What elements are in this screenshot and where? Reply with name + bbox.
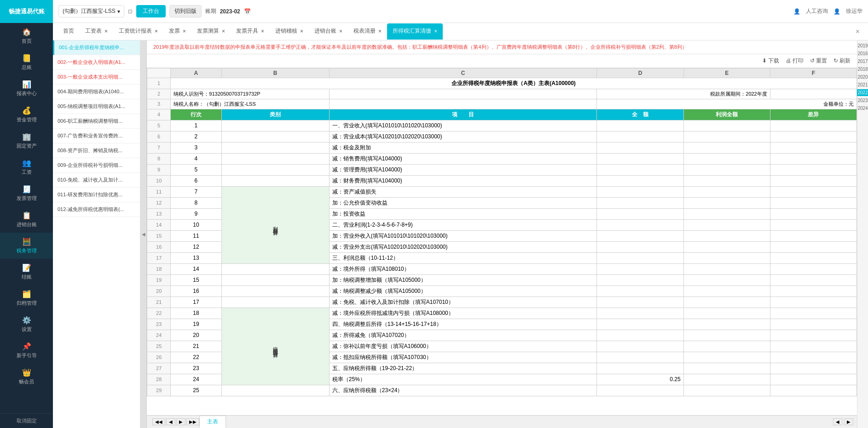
table-row: 1 企业所得税年度纳税申报表（A类）主表(A100000)	[147, 78, 857, 89]
tab-bar-close[interactable]: ×	[852, 28, 863, 36]
tab-payroll[interactable]: 工资表 ×	[80, 23, 113, 40]
panel-collapse-button[interactable]: ◀	[140, 40, 147, 428]
timeline-2017[interactable]: 2017	[857, 58, 868, 65]
tab-invoice-issue[interactable]: 发票开具 ×	[231, 23, 270, 40]
tab-invoice-issue-close[interactable]: ×	[261, 28, 264, 34]
sidebar-item-archive[interactable]: 🗂️ 归档管理	[0, 285, 53, 311]
tab-payroll-close[interactable]: ×	[104, 28, 108, 34]
sidebar-item-sales-ledger[interactable]: 📋 进销台账	[0, 206, 53, 233]
sheet-scroll-left[interactable]: ◀◀	[152, 418, 165, 425]
table-row: 3 纳税人名称：（勾删）江西服宝-LSS 金额单位：元	[147, 99, 857, 109]
sidebar-item-home[interactable]: 🏠 首页	[0, 23, 53, 49]
table-row: 10 6 减：财务费用(填写A104000)	[147, 175, 857, 186]
sidebar-item-tax[interactable]: 🧮 税务管理	[0, 233, 53, 259]
sidebar-item-invoices[interactable]: 🧾 发票管理	[0, 180, 53, 206]
timeline-2024[interactable]: 2024	[857, 105, 868, 112]
tab-tax-list[interactable]: 税表清册 ×	[348, 23, 387, 40]
left-panel-item-010[interactable]: 010-免税、减计收入及加计...	[53, 173, 140, 188]
username: 徐运华	[846, 7, 862, 15]
sheet-scroll-prev[interactable]: ◀	[166, 418, 175, 425]
company-selector[interactable]: (勾删）江西服宝-LSS ▾	[58, 5, 124, 17]
sidebar-item-label: 进销台账	[17, 221, 37, 228]
copy-icon[interactable]: ⊡	[128, 8, 133, 15]
table-row: 5 1 一、营业收入(填写A101010\101020\103000)	[147, 120, 857, 131]
tab-invoice-calc-close[interactable]: ×	[222, 28, 225, 34]
sheet-scroll-right[interactable]: ▶▶	[186, 418, 199, 425]
bottom-scroll-left[interactable]: ◀	[833, 418, 842, 425]
sidebar-item-funds[interactable]: 💰 资金管理	[0, 102, 53, 128]
sidebar-item-ledger[interactable]: 📒 总账	[0, 49, 53, 75]
tab-income-tax-close[interactable]: ×	[434, 28, 437, 34]
sales-icon: 📋	[22, 211, 31, 220]
tab-payroll-stats-label: 工资统计报表	[119, 27, 152, 35]
left-panel-item-008[interactable]: 008-资产折旧、摊销及纳税...	[53, 143, 140, 158]
left-panel-item-012[interactable]: 012-减免所得税优惠明细表(...	[53, 202, 140, 217]
tab-sales-ledger[interactable]: 进销台账 ×	[309, 23, 348, 40]
bottom-scroll-right[interactable]: ▶	[844, 418, 853, 425]
left-panel-item-006[interactable]: 006-职工薪酬纳税调整明细...	[53, 114, 140, 129]
sheet-scroll-next[interactable]: ▶	[176, 418, 185, 425]
tab-sales-check-close[interactable]: ×	[300, 28, 303, 34]
tab-income-tax[interactable]: 所得税汇算清缴 ×	[387, 23, 443, 40]
timeline-2020[interactable]: 2020	[857, 74, 868, 80]
timeline-2022[interactable]: 2022	[856, 89, 868, 96]
tab-tax-list-close[interactable]: ×	[378, 28, 382, 34]
left-panel-item-004[interactable]: 004-期间费用明细表(A1040...	[53, 85, 140, 99]
spreadsheet-area[interactable]: A B C D E F 1 企业所得税年度纳税申报表（A类）主表(A100000…	[147, 68, 857, 416]
timeline-2023[interactable]: 2023	[857, 97, 868, 104]
content-area: 001-企业所得税年度纳税申... 002-一般企业收入明细表(A1... 00…	[53, 40, 868, 428]
calendar-icon[interactable]: 📅	[244, 8, 251, 15]
timeline-2016[interactable]: 2016	[857, 50, 868, 57]
timeline-2019[interactable]: 2019	[857, 42, 868, 49]
period-toggle-button[interactable]: 切到旧版	[169, 5, 202, 17]
sidebar-item-assets[interactable]: 🏢 固定资产	[0, 128, 53, 154]
sidebar-item-payroll[interactable]: 👥 工资	[0, 154, 53, 180]
main-area: (勾删）江西服宝-LSS ▾ ⊡ 工作台 切到旧版 账期 2023-02 📅 👤…	[53, 0, 868, 428]
topbar-right: 👤 人工咨询 👤 徐运华	[793, 7, 862, 15]
workbench-button[interactable]: 工作台	[136, 5, 166, 17]
sidebar-item-label: 税务管理	[17, 247, 37, 254]
left-panel-item-002[interactable]: 002-一般企业收入明细表(A1...	[53, 55, 140, 70]
tab-payroll-stats[interactable]: 工资统计报表 ×	[113, 23, 163, 40]
left-panel-item-011[interactable]: 011-研发费用加计扣除优惠...	[53, 188, 140, 202]
bottom-tab-main[interactable]: 主表	[199, 416, 226, 428]
tab-invoice-issue-label: 发票开具	[236, 27, 258, 35]
guide-icon: 📌	[22, 342, 31, 351]
tab-bar: 首页 工资表 × 工资统计报表 × 发票 × 发票测算 × 发票开具 × 进销稽…	[53, 23, 868, 40]
tab-invoice-close[interactable]: ×	[183, 28, 186, 34]
user-service[interactable]: 人工咨询	[806, 7, 828, 15]
tab-payroll-stats-close[interactable]: ×	[155, 28, 158, 34]
sidebar-item-settings[interactable]: ⚙️ 设置	[0, 311, 53, 337]
timeline-2018[interactable]: 2018	[857, 66, 868, 73]
tab-home[interactable]: 首页	[58, 23, 80, 40]
left-panel-item-007[interactable]: 007-广告费和业务宣传费跨...	[53, 129, 140, 143]
sidebar-item-label: 报表中心	[17, 90, 37, 97]
sidebar-item-close[interactable]: 📝 结账	[0, 259, 53, 285]
sidebar-item-reports[interactable]: 📊 报表中心	[0, 75, 53, 102]
tab-income-tax-label: 所得税汇算清缴	[393, 27, 431, 35]
timeline-2021[interactable]: 2021	[857, 81, 868, 88]
download-button[interactable]: ⬇ 下载	[762, 57, 779, 65]
refresh-button[interactable]: ↻ 刷新	[833, 57, 851, 65]
tab-sales-ledger-close[interactable]: ×	[339, 28, 342, 34]
print-button[interactable]: 🖨 打印	[786, 57, 804, 65]
tab-invoice-calc[interactable]: 发票测算 ×	[191, 23, 231, 40]
table-row: 19 15 加：纳税调整增加额（填写A105000）	[147, 274, 857, 285]
sidebar-item-member[interactable]: 👑 畅会员	[0, 364, 53, 390]
sidebar-item-guide[interactable]: 📌 新手引导	[0, 337, 53, 364]
download-icon: ⬇	[762, 57, 767, 64]
warning-bar: 2019年度涉及取以前年度结转数据的申报表单元格需要手工维护正确，才能保证本年及…	[147, 40, 857, 54]
left-panel-item-001[interactable]: 001-企业所得税年度纳税申...	[53, 40, 140, 55]
row-num-1: 1	[147, 78, 171, 89]
left-panel-item-009[interactable]: 009-企业所得税补亏损明细...	[53, 158, 140, 173]
reset-button[interactable]: ↺ 重置	[810, 57, 827, 65]
left-panel-item-003[interactable]: 003-一般企业成本支出明细...	[53, 70, 140, 85]
tab-sales-check[interactable]: 进销稽核 ×	[270, 23, 309, 40]
tab-invoice[interactable]: 发票 ×	[163, 23, 191, 40]
left-panel-item-005[interactable]: 005-纳税调整项目明细表(A1...	[53, 99, 140, 114]
sidebar-pin-toggle[interactable]: 取消固定	[0, 413, 53, 428]
tab-sales-check-label: 进销稽核	[275, 27, 297, 35]
currency-label: 金额单位：元	[597, 99, 857, 109]
table-row: 2 纳税人识别号：91320500703719732P 税款所属期间：2022年…	[147, 89, 857, 99]
col-B-header: B	[221, 68, 329, 78]
